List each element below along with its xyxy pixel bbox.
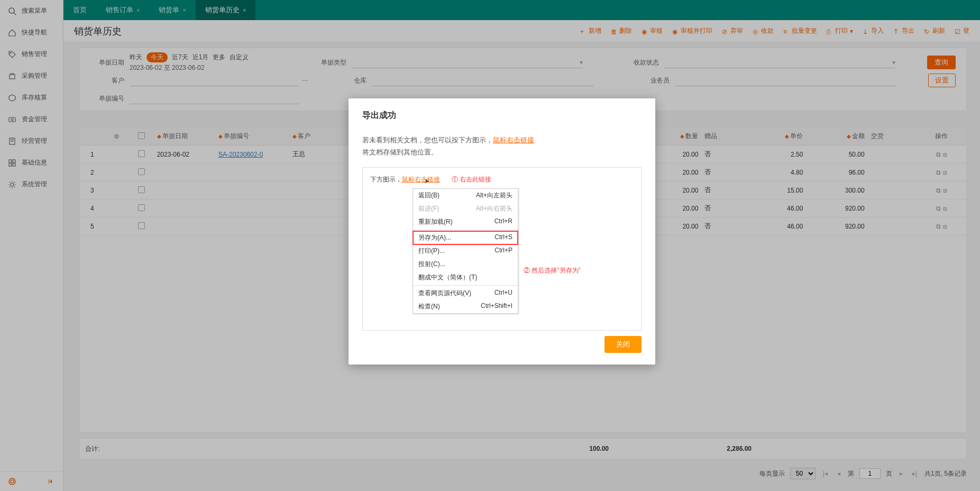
context-menu-item: 另存为(A)...Ctrl+S [413, 231, 518, 244]
annotation-2: ② 然后选择"另存为" [524, 266, 787, 275]
tip-prefix: 下方图示， [370, 175, 402, 184]
context-menu-item: 前进(F)Alt+向右箭头 [413, 202, 518, 215]
context-menu-item: 翻成中文（简体）(T) [413, 271, 518, 284]
close-button[interactable]: 关闭 [605, 336, 642, 353]
context-menu-item: 重新加载(R)Ctrl+R [413, 215, 518, 229]
modal-link[interactable]: 鼠标右击链接 [493, 136, 534, 144]
annotation-1: ① 右击此链接 [452, 175, 491, 184]
modal-instruction-image: 下方图示， 鼠标右击链接 ➤ ① 右击此链接 返回(B)Alt+向左箭头前进(F… [362, 167, 642, 331]
cursor-icon: ➤ [424, 177, 429, 185]
context-menu-item: 投射(C)... [413, 258, 518, 271]
context-menu-item: 查看网页源代码(V)Ctrl+U [413, 287, 518, 300]
tip-link: 鼠标右击链接 [402, 175, 440, 184]
modal-text: 若未看到相关文档，您也可以按下方图示，鼠标右击链接 将文档存储到其他位置。 [362, 134, 642, 159]
context-menu-illustration: 返回(B)Alt+向左箭头前进(F)Alt+向右箭头重新加载(R)Ctrl+R另… [413, 188, 518, 314]
modal-title: 导出成功 [362, 110, 642, 121]
context-menu-item: 打印(P)...Ctrl+P [413, 244, 518, 258]
export-success-modal: 导出成功 若未看到相关文档，您也可以按下方图示，鼠标右击链接 将文档存储到其他位… [349, 98, 655, 365]
context-menu-item: 检查(N)Ctrl+Shift+I [413, 300, 518, 313]
context-menu-item: 返回(B)Alt+向左箭头 [413, 189, 518, 202]
